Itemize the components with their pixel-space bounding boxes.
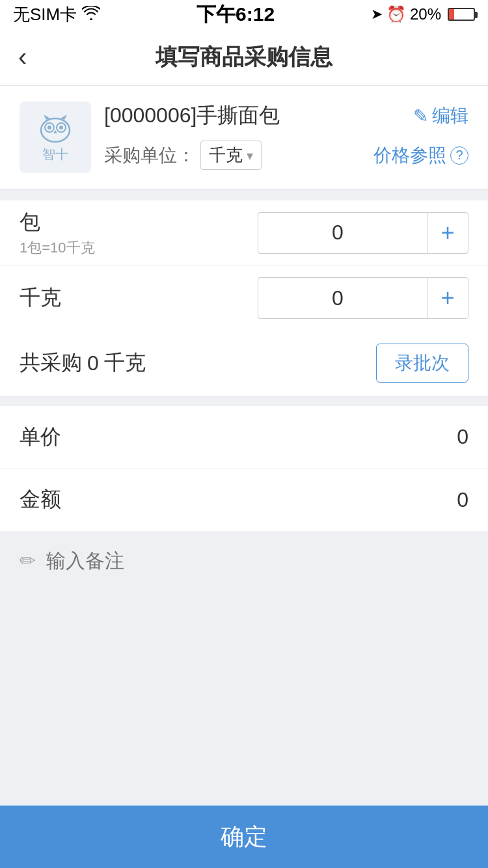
bao-label: 包 1包=10千克 [20, 208, 111, 258]
kg-control: + [111, 277, 468, 319]
product-logo: 智十 [36, 112, 75, 163]
total-row: 共采购 0 千克 录批次 [0, 331, 488, 396]
svg-point-3 [47, 126, 51, 129]
total-label: 共采购 0 千克 [20, 349, 146, 377]
notes-input[interactable] [46, 550, 468, 572]
bao-label-sub: 1包=10千克 [20, 238, 111, 258]
page-title: 填写商品采购信息 [156, 42, 332, 72]
confirm-button[interactable]: 确定 [221, 821, 267, 853]
edit-icon: ✎ [413, 105, 428, 127]
battery-percent: 20% [410, 5, 441, 23]
total-value: 0 [87, 351, 99, 375]
batch-button[interactable]: 录批次 [376, 344, 468, 383]
product-card: 智十 [0000006]手撕面包 ✎ 编辑 采购单位： 千克 ▾ 价格参照 ? [0, 86, 488, 190]
unit-value: 千克 [209, 144, 243, 167]
edit-label: 编辑 [432, 103, 468, 128]
alarm-icon: ⏰ [386, 5, 406, 23]
chevron-down-icon: ▾ [247, 148, 253, 163]
status-left: 无SIM卡 [13, 3, 100, 26]
kg-label-main: 千克 [20, 284, 111, 312]
bao-plus-button[interactable]: + [427, 212, 468, 254]
status-right: ➤ ⏰ 20% [371, 5, 475, 23]
amount-label: 金额 [20, 485, 61, 514]
product-image: 智十 [20, 102, 91, 173]
kg-plus-button[interactable]: + [427, 277, 468, 319]
bao-quantity-input[interactable] [258, 212, 427, 254]
product-title-row: [0000006]手撕面包 ✎ 编辑 [104, 102, 468, 130]
carrier-text: 无SIM卡 [13, 3, 77, 26]
price-ref-help-icon: ? [450, 146, 468, 165]
input-section: 包 1包=10千克 + 千克 + [0, 200, 488, 331]
notes-section: ✏ [0, 531, 488, 590]
amount-value: 0 [457, 488, 468, 512]
unit-price-value: 0 [457, 425, 468, 449]
bao-label-main: 包 [20, 208, 111, 237]
edit-button[interactable]: ✎ 编辑 [413, 103, 468, 128]
confirm-bar[interactable]: 确定 [0, 806, 488, 868]
location-icon: ➤ [371, 6, 383, 23]
product-name: [0000006]手撕面包 [104, 102, 280, 130]
content-bottom [0, 590, 488, 811]
status-bar: 无SIM卡 下午6:12 ➤ ⏰ 20% [0, 0, 488, 29]
section-separator-2 [0, 396, 488, 406]
price-info-section: 单价 0 金额 0 [0, 406, 488, 531]
battery-icon [448, 8, 475, 21]
pencil-icon: ✏ [20, 549, 36, 572]
product-unit-row: 采购单位： 千克 ▾ 价格参照 ? [104, 141, 468, 170]
wifi-icon [82, 5, 100, 25]
unit-price-label: 单价 [20, 423, 61, 452]
owl-icon [36, 112, 75, 144]
kg-label: 千克 [20, 284, 111, 312]
logo-text: 智十 [42, 146, 68, 163]
status-time: 下午6:12 [197, 1, 275, 28]
bao-input-row: 包 1包=10千克 + [0, 200, 488, 265]
total-unit: 千克 [104, 349, 146, 377]
unit-prefix: 采购单位： [104, 143, 195, 168]
section-separator-1 [0, 190, 488, 200]
nav-bar: ‹ 填写商品采购信息 [0, 29, 488, 86]
kg-quantity-input[interactable] [258, 277, 427, 319]
bao-control: + [111, 212, 468, 254]
back-button[interactable]: ‹ [18, 42, 27, 72]
product-info: [0000006]手撕面包 ✎ 编辑 采购单位： 千克 ▾ 价格参照 ? [104, 102, 468, 170]
unit-section: 采购单位： 千克 ▾ [104, 141, 262, 170]
unit-dropdown[interactable]: 千克 ▾ [200, 141, 262, 170]
svg-point-4 [59, 126, 63, 129]
kg-input-row: 千克 + [0, 265, 488, 331]
amount-row: 金额 0 [0, 468, 488, 531]
unit-price-row: 单价 0 [0, 406, 488, 468]
svg-marker-5 [53, 130, 57, 133]
price-ref-button[interactable]: 价格参照 ? [373, 143, 468, 168]
price-ref-label: 价格参照 [373, 143, 446, 168]
total-prefix: 共采购 [20, 349, 82, 377]
